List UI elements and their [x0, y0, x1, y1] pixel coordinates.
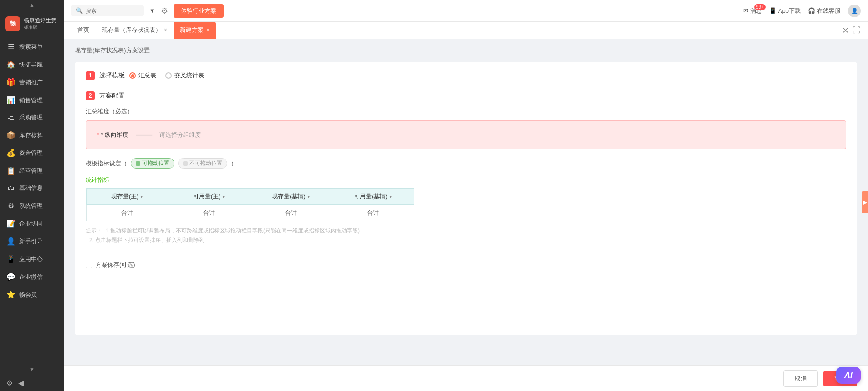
stats-label: 统计指标: [86, 176, 846, 184]
sidebar-item-label: 采购管理: [19, 113, 43, 122]
close-panel-button[interactable]: ✕: [842, 26, 849, 36]
basic-info-icon: 🗂: [6, 184, 15, 192]
dimension-area[interactable]: * * 纵向维度 —— 请选择分组维度: [86, 120, 846, 149]
sidebar-logo: 畅 畅康通好生意 标准版: [0, 10, 64, 36]
search-input[interactable]: [86, 8, 139, 14]
sidebar-item-finance[interactable]: 💰 资金管理: [0, 144, 64, 162]
expand-button[interactable]: ⛶: [853, 26, 861, 35]
save-label: 方案保存(可选): [96, 261, 135, 269]
avatar-icon: 👤: [851, 8, 858, 14]
sidebar-scroll-down[interactable]: ▼: [0, 365, 64, 375]
sidebar-scroll-up[interactable]: ▲: [0, 0, 64, 10]
radio-summary-label: 汇总表: [138, 72, 156, 80]
radio-cross-circle: [165, 72, 172, 79]
stats-table: 现存量(主) ▾ 可用量(主) ▾ 现存量(基辅) ▾ 可用量(基辅): [86, 188, 414, 221]
col4-data: 合计: [332, 205, 414, 221]
trial-button[interactable]: 体验行业方案: [174, 4, 224, 18]
sidebar-item-label: 搜索菜单: [19, 43, 43, 51]
sidebar-item-quick-nav[interactable]: 🏠 快捷导航: [0, 56, 64, 73]
template-radio-group: 汇总表 交叉统计表: [129, 72, 204, 80]
tab-inventory-status[interactable]: 现存量（库存状况表） ×: [96, 22, 174, 39]
message-icon: ✉: [743, 7, 748, 14]
sidebar-item-system[interactable]: ⚙ 系统管理: [0, 197, 64, 215]
ai-badge[interactable]: Ai: [836, 367, 861, 384]
headset-icon: 🎧: [808, 7, 815, 14]
topbar-dropdown[interactable]: ▼: [149, 7, 155, 14]
phone-icon: 📱: [769, 7, 776, 14]
sidebar-item-label: 快捷导航: [19, 61, 43, 69]
sidebar-item-marketing[interactable]: 🎁 营销推广: [0, 73, 64, 91]
sidebar-item-search-menu[interactable]: ☰ 搜索菜单: [0, 38, 64, 56]
messages-button[interactable]: ✉ 消息 99+: [743, 7, 762, 15]
table-header-row: 现存量(主) ▾ 可用量(主) ▾ 现存量(基辅) ▾ 可用量(基辅): [86, 188, 414, 205]
settings-gear-icon[interactable]: ⚙: [161, 6, 168, 16]
tab-home[interactable]: 首页: [71, 22, 96, 39]
settings-icon[interactable]: ⚙: [6, 379, 13, 387]
sidebar-nav: ☰ 搜索菜单 🏠 快捷导航 🎁 营销推广 📊 销售管理 🛍 采购管理 📦 库存核…: [0, 36, 64, 365]
footer-bar: 取消 查询: [64, 365, 868, 391]
col4-header[interactable]: 可用量(基辅) ▾: [332, 188, 414, 205]
sidebar-item-basic-info[interactable]: 🗂 基础信息: [0, 180, 64, 197]
sidebar-item-wechat[interactable]: 💬 企业微信: [0, 268, 64, 286]
no-drag-tag: 不可拖动位置: [178, 158, 227, 169]
tab-new-plan-label: 新建方案: [180, 26, 204, 34]
tip-item-1: 提示： 1.拖动标题栏可以调整布局，不可跨维度或指标区域拖动栏目字段(只能在同一…: [86, 227, 846, 235]
operations-icon: 📋: [6, 166, 15, 175]
sidebar-item-newcomer[interactable]: 👤 新手引导: [0, 232, 64, 250]
dimension-placeholder: 请选择分组维度: [159, 131, 201, 139]
radio-cross-label: 交叉统计表: [174, 72, 204, 80]
tab-new-plan-close[interactable]: ×: [206, 27, 209, 33]
sidebar-item-sales[interactable]: 📊 销售管理: [0, 91, 64, 109]
sidebar-item-label: 畅会员: [19, 291, 37, 299]
sidebar-item-inventory[interactable]: 📦 库存核算: [0, 126, 64, 144]
topbar-search-box[interactable]: 🔍: [71, 5, 144, 16]
radio-summary[interactable]: 汇总表: [129, 72, 156, 80]
tab-inventory-close[interactable]: ×: [164, 27, 167, 33]
step2-badge: 2: [86, 91, 95, 100]
sidebar-item-label: 库存核算: [19, 131, 43, 139]
col3-header[interactable]: 现存量(基辅) ▾: [250, 188, 332, 205]
tab-new-plan[interactable]: 新建方案 ×: [174, 22, 216, 39]
cancel-button[interactable]: 取消: [783, 370, 818, 387]
topbar: 🔍 ▼ ⚙ 体验行业方案 ✉ 消息 99+ 📱 App下载 🎧 在线客服 👤: [64, 0, 868, 22]
wechat-icon: 💬: [6, 273, 15, 281]
user-avatar[interactable]: 👤: [848, 5, 861, 17]
col1-chevron-icon: ▾: [140, 194, 143, 200]
col3-chevron-icon: ▾: [307, 194, 310, 200]
tips-section: 提示： 1.拖动标题栏可以调整布局，不可跨维度或指标区域拖动栏目字段(只能在同一…: [86, 227, 846, 244]
sidebar-item-contract[interactable]: 📝 企业协同: [0, 215, 64, 232]
indicator-settings: 模板指标设定（ 可拖动位置 不可拖动位置 ）: [86, 158, 846, 169]
online-service-button[interactable]: 🎧 在线客服: [808, 7, 841, 15]
right-collapse-handle[interactable]: ▶: [862, 191, 868, 213]
col1-header[interactable]: 现存量(主) ▾: [86, 188, 168, 205]
step1-header: 1 选择模板 汇总表 交叉统计表: [86, 71, 846, 80]
sidebar-item-app-center[interactable]: 📱 应用中心: [0, 250, 64, 268]
app-center-icon: 📱: [6, 255, 15, 263]
sidebar-footer: ⚙ ◀: [0, 375, 64, 391]
sidebar-item-label: 资金管理: [19, 149, 43, 157]
search-menu-icon: ☰: [6, 42, 15, 51]
save-checkbox-row: 方案保存(可选): [86, 255, 846, 274]
radio-cross[interactable]: 交叉统计表: [165, 72, 204, 80]
table-body-row: 合计 合计 合计 合计: [86, 205, 414, 221]
sidebar-item-label: 企业微信: [19, 273, 43, 281]
dimension-dash: ——: [136, 130, 152, 139]
sidebar-item-label: 营销推广: [19, 78, 43, 87]
app-name: 畅康通好生意 标准版: [24, 17, 56, 31]
save-checkbox[interactable]: [86, 262, 92, 268]
collapse-icon[interactable]: ◀: [18, 379, 24, 387]
sidebar-item-purchase[interactable]: 🛍 采购管理: [0, 109, 64, 126]
sidebar-item-member[interactable]: ⭐ 畅会员: [0, 286, 64, 304]
main-area: 🔍 ▼ ⚙ 体验行业方案 ✉ 消息 99+ 📱 App下载 🎧 在线客服 👤: [64, 0, 868, 391]
page-content: 现存量(库存状况表)方案设置 1 选择模板 汇总表 交叉统计表: [64, 39, 868, 365]
col2-chevron-icon: ▾: [222, 194, 225, 200]
app-download-button[interactable]: 📱 App下载: [769, 7, 801, 15]
member-icon: ⭐: [6, 290, 15, 299]
step1-section: 1 选择模板 汇总表 交叉统计表: [86, 71, 846, 80]
tabs-bar: 首页 现存量（库存状况表） × 新建方案 × ✕ ⛶: [64, 22, 868, 39]
sidebar-item-operations[interactable]: 📋 经营管理: [0, 162, 64, 180]
col2-header[interactable]: 可用量(主) ▾: [168, 188, 250, 205]
contract-icon: 📝: [6, 219, 15, 228]
step1-title: 选择模板: [99, 72, 125, 80]
messages-badge: 99+: [754, 4, 766, 10]
